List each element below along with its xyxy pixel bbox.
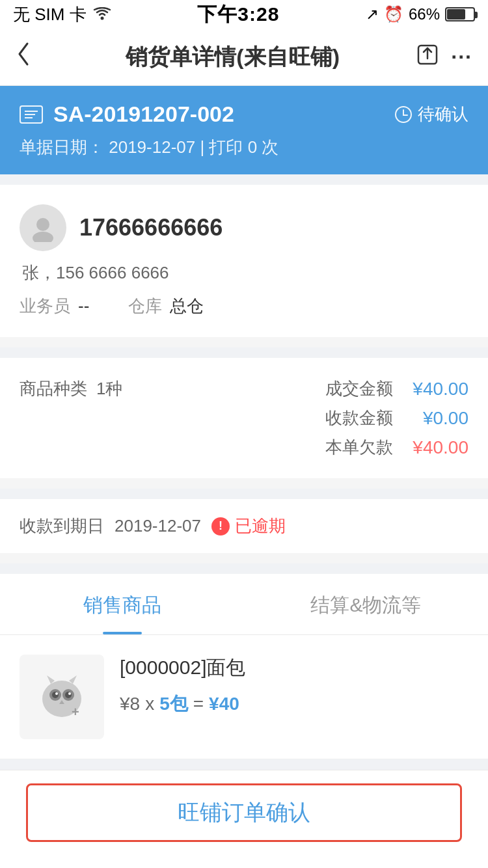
customer-name: 张，156 6666 6666	[20, 262, 468, 284]
product-type-label: 商品种类	[20, 377, 87, 400]
amount-row: 成交金额 ¥40.00	[325, 377, 468, 400]
due-date-value: 2019-12-07	[115, 516, 201, 536]
page-title: 销货单详情(来自旺铺)	[48, 42, 417, 72]
svg-point-13	[52, 692, 59, 698]
order-icon	[20, 105, 43, 124]
product-quantity: 5包	[159, 692, 188, 716]
product-total: ¥40	[209, 694, 239, 714]
amount-label: 成交金额	[325, 377, 393, 400]
nav-bar: 销货单详情(来自旺铺) ···	[0, 29, 488, 86]
product-list: + [0000002]面包 ¥8 x 5包 = ¥40	[0, 635, 488, 759]
product-type-row: 商品种类 1种	[20, 377, 122, 400]
svg-text:+: +	[72, 705, 79, 719]
customer-top: 17666666666	[20, 204, 468, 251]
summary-right: 成交金额 ¥40.00 收款金额 ¥0.00 本单欠款 ¥40.00	[325, 377, 468, 459]
svg-point-16	[68, 692, 71, 695]
alarm-icon: ⏰	[384, 5, 403, 23]
sales-label: 业务员	[20, 295, 70, 318]
battery-percent: 66%	[409, 5, 440, 23]
amount-value: ¥40.00	[403, 379, 468, 400]
tab-sales-products[interactable]: 销售商品	[0, 574, 244, 634]
owed-row: 本单欠款 ¥40.00	[325, 436, 468, 459]
product-info: [0000002]面包 ¥8 x 5包 = ¥40	[120, 655, 468, 716]
more-button[interactable]: ···	[451, 45, 472, 69]
confirm-order-button[interactable]: 旺铺订单确认	[26, 783, 462, 842]
tab-settlement[interactable]: 结算&物流等	[244, 574, 488, 634]
order-id: SA-20191207-002	[20, 102, 234, 127]
status-bar: 无 SIM 卡 下午3:28 ↗ ⏰ 66%	[0, 0, 488, 29]
bottom-bar: 旺铺订单确认	[0, 770, 488, 868]
wifi-icon	[93, 5, 111, 25]
customer-meta: 业务员 -- 仓库 总仓	[20, 295, 468, 318]
owed-value: ¥40.00	[403, 437, 468, 458]
tabs-row: 销售商品 结算&物流等	[0, 574, 488, 635]
overdue-text: 已逾期	[235, 515, 286, 537]
order-date-line: 单据日期： 2019-12-07 | 打印 0 次	[20, 136, 468, 159]
overdue-badge: ! 已逾期	[211, 515, 286, 537]
order-status: 待确认	[394, 103, 468, 126]
overdue-icon: !	[211, 517, 230, 536]
customer-phone: 17666666666	[79, 214, 223, 241]
warehouse-label: 仓库	[128, 295, 162, 318]
divider-3	[0, 489, 488, 499]
received-label: 收款金额	[325, 407, 393, 429]
svg-point-8	[36, 218, 49, 231]
divider-4	[0, 563, 488, 574]
warehouse-value: 总仓	[170, 295, 204, 318]
product-price-line: ¥8 x 5包 = ¥40	[120, 692, 468, 716]
sales-meta: 业务员 --	[20, 295, 89, 318]
product-unit-price: ¥8	[120, 694, 140, 714]
nav-actions: ···	[417, 44, 472, 70]
status-left: 无 SIM 卡	[13, 3, 111, 26]
battery-icon	[445, 7, 475, 21]
svg-point-14	[65, 692, 72, 698]
customer-card: 17666666666 张，156 6666 6666 业务员 -- 仓库 总仓	[0, 185, 488, 337]
order-header-top: SA-20191207-002 待确认	[20, 102, 468, 127]
avatar	[20, 204, 66, 251]
due-date-card: 收款到期日 2019-12-07 ! 已逾期	[0, 499, 488, 553]
carrier-label: 无 SIM 卡	[13, 3, 87, 26]
tabs-container: 销售商品 结算&物流等	[0, 574, 488, 635]
svg-point-9	[33, 232, 53, 242]
product-image: +	[20, 655, 104, 739]
summary-left: 商品种类 1种	[20, 377, 122, 400]
due-date-label: 收款到期日	[20, 515, 104, 537]
divider-1	[0, 174, 488, 185]
received-value: ¥0.00	[403, 408, 468, 429]
product-name: [0000002]面包	[120, 655, 468, 681]
status-time: 下午3:28	[197, 1, 279, 28]
status-right: ↗ ⏰ 66%	[366, 5, 475, 23]
svg-point-0	[100, 16, 103, 20]
location-icon: ↗	[366, 5, 379, 23]
order-header: SA-20191207-002 待确认 单据日期： 2019-12-07 | 打…	[0, 86, 488, 174]
back-button[interactable]	[16, 41, 48, 73]
warehouse-meta: 仓库 总仓	[128, 295, 204, 318]
divider-2	[0, 347, 488, 358]
summary-card: 商品种类 1种 成交金额 ¥40.00 收款金额 ¥0.00 本单欠款 ¥40.…	[0, 358, 488, 478]
received-row: 收款金额 ¥0.00	[325, 407, 468, 429]
sales-value: --	[78, 296, 89, 316]
product-type-value: 1种	[96, 377, 122, 400]
table-row: + [0000002]面包 ¥8 x 5包 = ¥40	[0, 635, 488, 759]
share-icon[interactable]	[417, 44, 438, 70]
owed-label: 本单欠款	[325, 436, 393, 459]
svg-point-15	[55, 692, 58, 695]
